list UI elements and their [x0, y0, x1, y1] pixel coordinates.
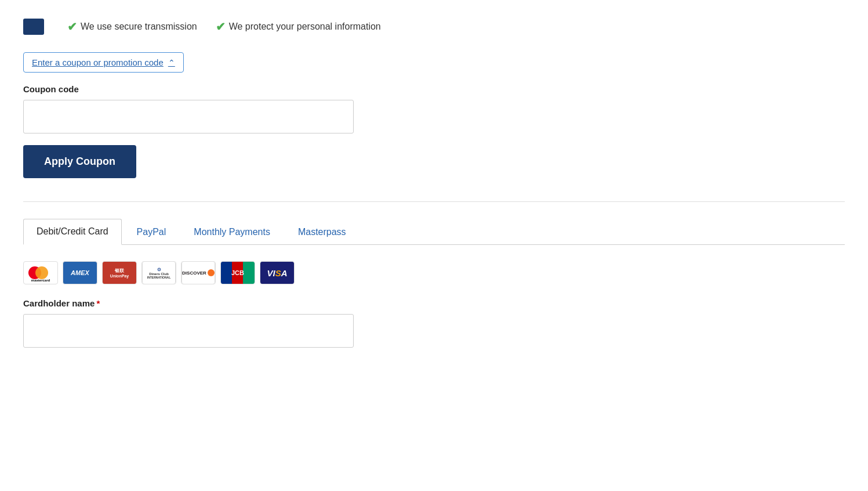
checkmark-icon: ✔: [67, 20, 77, 34]
tab-label-monthly: Monthly Payments: [194, 227, 270, 237]
payment-tabs: Debit/Credit Card PayPal Monthly Payment…: [23, 218, 845, 245]
tab-label-debit: Debit/Credit Card: [37, 226, 108, 236]
checkmark-icon-2: ✔: [216, 20, 226, 34]
visa-logo: VISA: [260, 261, 295, 284]
tab-monthly-payments[interactable]: Monthly Payments: [181, 220, 283, 244]
protect-info-label: We protect your personal information: [229, 21, 381, 32]
tab-debit-credit-card[interactable]: Debit/Credit Card: [23, 219, 122, 245]
cardholder-label: Cardholder name*: [23, 298, 845, 308]
diners-logo: ⊙ Diners Club INTERNATIONAL: [141, 261, 176, 284]
tab-label-masterpass: Masterpass: [298, 227, 346, 237]
coupon-toggle[interactable]: Enter a coupon or promotion code ⌃: [23, 52, 184, 73]
jcb-logo: JCB: [220, 261, 255, 284]
secure-transmission-label: We use secure transmission: [81, 21, 197, 32]
coupon-code-label: Coupon code: [23, 84, 845, 94]
apply-coupon-button[interactable]: Apply Coupon: [23, 145, 136, 178]
tab-masterpass[interactable]: Masterpass: [285, 220, 359, 244]
required-star: *: [96, 298, 100, 308]
tab-paypal[interactable]: PayPal: [124, 220, 179, 244]
coupon-section: Coupon code Apply Coupon: [23, 84, 845, 196]
security-bar: ✔ We use secure transmission ✔ We protec…: [23, 12, 845, 46]
coupon-toggle-label: Enter a coupon or promotion code: [32, 57, 164, 67]
security-item-transmission: ✔ We use secure transmission: [67, 20, 197, 34]
apply-coupon-label: Apply Coupon: [44, 156, 115, 167]
amex-logo: AMEX: [63, 261, 97, 284]
cardholder-label-text: Cardholder name: [23, 298, 95, 308]
discover-logo: DISCOVER: [181, 261, 216, 284]
chevron-up-icon: ⌃: [168, 58, 175, 67]
mastercard-logo: mastercard: [23, 261, 58, 284]
cardholder-name-input[interactable]: [23, 314, 354, 348]
cardholder-section: Cardholder name*: [23, 298, 845, 348]
secure-icon: [23, 19, 44, 35]
tab-label-paypal: PayPal: [137, 227, 166, 237]
divider: [23, 201, 845, 202]
security-item-privacy: ✔ We protect your personal information: [216, 20, 381, 34]
unionpay-logo: 银联 UnionPay: [102, 261, 137, 284]
card-logos: mastercard AMEX 银联 UnionPay ⊙ Diners Clu…: [23, 261, 845, 284]
coupon-input[interactable]: [23, 100, 354, 133]
